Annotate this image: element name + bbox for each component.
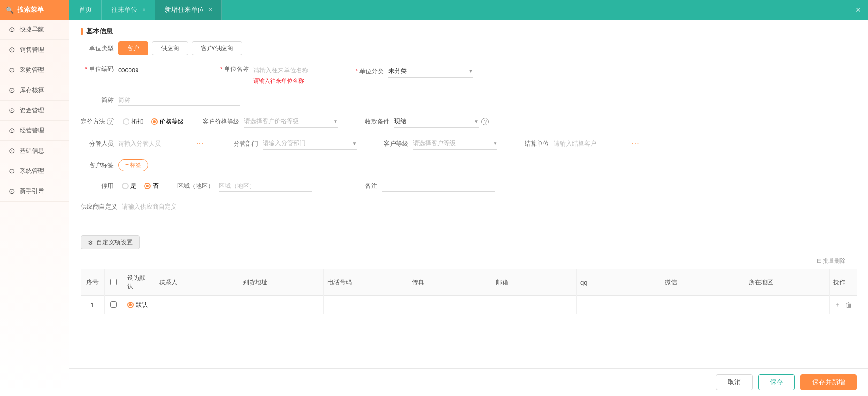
sidebar-item-label: 快捷导航: [20, 25, 44, 34]
radio-discount[interactable]: 折扣: [123, 117, 144, 126]
sidebar-item-label: 销售管理: [20, 46, 44, 54]
add-tag-button[interactable]: + 标签: [118, 159, 148, 171]
radio-disable-yes-circle: [122, 183, 129, 189]
abbr-row: 简称: [81, 94, 857, 106]
sidebar-item-label: 库存核算: [20, 86, 44, 94]
sidebar-item-system[interactable]: ⊙ 系统管理: [0, 161, 69, 181]
sidebar: 🔍 搜索菜单 ⊙ 快捷导航 ⊙ 销售管理 ⊙ 采购管理 ⊙ 库存核算 ⊙ 资金管…: [0, 0, 69, 396]
sidebar-item-purchase[interactable]: ⊙ 采购管理: [0, 60, 69, 80]
cell-default: 默认: [123, 296, 155, 314]
sidebar-item-guide[interactable]: ⊙ 新手引导: [0, 181, 69, 202]
col-fax: 传真: [408, 269, 492, 296]
cell-contact[interactable]: [155, 296, 239, 314]
payment-term-select[interactable]: 现结 ▼: [394, 115, 479, 128]
section-title: 基本信息: [86, 27, 113, 36]
unit-type-group: 客户 供应商 客户/供应商: [118, 41, 242, 55]
tab-home[interactable]: 首页: [69, 0, 102, 20]
save-new-button[interactable]: 保存并新增: [800, 374, 857, 390]
tag-btn-container: + 标签: [118, 159, 148, 171]
radio-disable-yes[interactable]: 是: [122, 182, 137, 190]
region-more-btn[interactable]: ···: [312, 182, 326, 190]
save-button[interactable]: 保存: [758, 374, 795, 390]
unit-category-select[interactable]: 未分类 ▼: [388, 65, 473, 78]
sidebar-search-label[interactable]: 搜索菜单: [17, 6, 44, 14]
form-body: 单位类型 客户 供应商 客户/供应商 单位编码 单位名称: [69, 41, 868, 314]
remark-label: 备注: [344, 182, 382, 190]
section-header: 基本信息: [69, 20, 868, 41]
tab-new-partner[interactable]: 新增往来单位 ×: [155, 0, 222, 20]
row-actions: ＋ 🗑: [833, 300, 853, 310]
wechat-input[interactable]: [665, 302, 741, 309]
cell-phone[interactable]: [323, 296, 408, 314]
finance-icon: ⊙: [8, 106, 16, 115]
cell-fax[interactable]: [408, 296, 492, 314]
pricing-radio-group: 折扣 价格等级: [123, 117, 184, 126]
cell-address[interactable]: [239, 296, 324, 314]
cell-region[interactable]: [745, 296, 830, 314]
abbr-input[interactable]: [118, 94, 240, 106]
cell-wechat[interactable]: [661, 296, 745, 314]
tab-partners-close[interactable]: ×: [142, 7, 145, 13]
custom-settings-button[interactable]: ⚙ 自定义项设置: [81, 235, 140, 249]
settlement-input[interactable]: [554, 138, 629, 149]
dept-select[interactable]: 请输入分管部门 ▼: [263, 137, 357, 150]
table-select-all[interactable]: [110, 279, 117, 285]
unit-btn-customer[interactable]: 客户: [118, 41, 148, 55]
row-checkbox[interactable]: [110, 301, 117, 308]
sidebar-item-sales[interactable]: ⊙ 销售管理: [0, 40, 69, 60]
manager-more-btn[interactable]: ···: [193, 140, 206, 148]
table-row: 1 默认: [81, 296, 857, 314]
email-input[interactable]: [496, 302, 572, 309]
row-add-btn[interactable]: ＋: [833, 300, 842, 310]
sidebar-item-label: 基础信息: [20, 147, 44, 155]
tab-new-partner-close[interactable]: ×: [209, 7, 212, 13]
manager-input[interactable]: [118, 138, 193, 149]
customer-level-placeholder: 请选择客户等级: [413, 139, 491, 148]
unit-btn-supplier[interactable]: 供应商: [152, 41, 188, 55]
fax-input[interactable]: [412, 302, 488, 309]
supplier-custom-input[interactable]: [122, 201, 263, 212]
row-delete-btn[interactable]: 🗑: [845, 300, 853, 310]
contact-input[interactable]: [159, 302, 236, 309]
region-input[interactable]: [219, 180, 312, 192]
sidebar-item-basic[interactable]: ⊙ 基础信息: [0, 141, 69, 161]
customer-level-arrow: ▼: [493, 141, 497, 146]
settlement-more-btn[interactable]: ···: [629, 140, 642, 148]
unit-name-input[interactable]: [253, 65, 332, 76]
contact-table: 序号 设为默认 联系人 到货地址 电话号码 传真 邮箱 qq 微信 所在地区: [81, 269, 857, 314]
sidebar-item-inventory[interactable]: ⊙ 库存核算: [0, 80, 69, 101]
unit-code-input[interactable]: [118, 65, 197, 76]
unit-code-name-row: 单位编码 单位名称 请输入往来单位名称: [81, 65, 857, 85]
customer-level-select[interactable]: 请选择客户等级 ▼: [413, 137, 497, 150]
pricing-help-icon[interactable]: ?: [107, 118, 114, 125]
sidebar-item-quick-nav[interactable]: ⊙ 快捷导航: [0, 20, 69, 40]
radio-price-level[interactable]: 价格等级: [151, 117, 184, 126]
col-default: 设为默认: [123, 269, 155, 296]
address-input[interactable]: [243, 302, 320, 309]
batch-delete-label[interactable]: 批量删除: [823, 257, 845, 264]
guide-icon: ⊙: [8, 187, 16, 195]
qq-input[interactable]: [580, 302, 657, 309]
cancel-button[interactable]: 取消: [716, 374, 753, 390]
cell-qq[interactable]: [576, 296, 661, 314]
cell-email[interactable]: [492, 296, 577, 314]
abbr-label: 简称: [81, 96, 118, 104]
sidebar-item-finance[interactable]: ⊙ 资金管理: [0, 101, 69, 121]
radio-disable-no-label: 否: [152, 182, 159, 190]
radio-disable-no[interactable]: 否: [144, 182, 159, 190]
payment-help-icon[interactable]: ?: [481, 118, 489, 125]
remark-input[interactable]: [382, 180, 495, 192]
tab-partners[interactable]: 往来单位 ×: [102, 0, 155, 20]
customer-price-arrow: ▼: [333, 119, 338, 124]
row-default-radio[interactable]: 默认: [127, 301, 151, 309]
sidebar-item-operations[interactable]: ⊙ 经营管理: [0, 121, 69, 141]
col-phone: 电话号码: [323, 269, 408, 296]
unit-btn-both[interactable]: 客户/供应商: [192, 41, 242, 55]
phone-input[interactable]: [327, 302, 404, 309]
window-close-button[interactable]: ×: [848, 5, 868, 15]
form-content: 基本信息 单位类型 客户 供应商 客户/供应商 单位编码: [69, 20, 868, 396]
customer-price-select[interactable]: 请选择客户价格等级 ▼: [244, 115, 338, 128]
basic-icon: ⊙: [8, 147, 16, 155]
row-region-input[interactable]: [749, 302, 825, 309]
tab-partners-label: 往来单位: [111, 6, 137, 14]
